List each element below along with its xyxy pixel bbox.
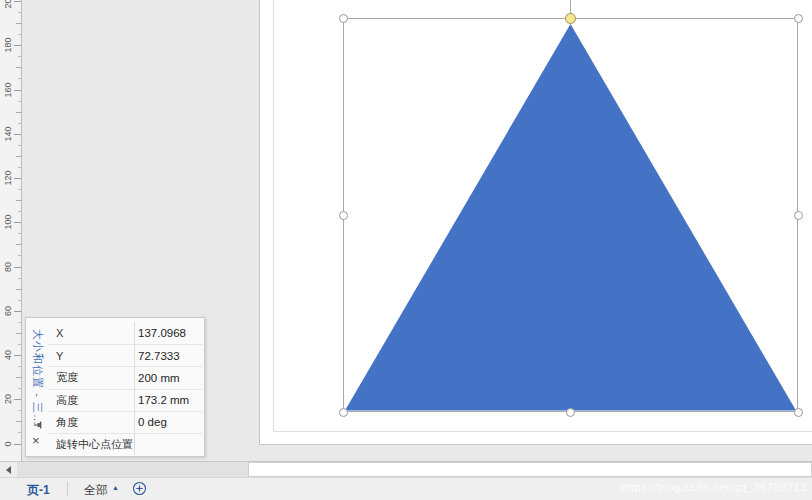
selection-handle-top-left[interactable] — [339, 14, 348, 23]
chevron-up-icon[interactable]: ▲ — [112, 484, 119, 491]
field-label: X — [48, 327, 134, 339]
ruler-tick — [14, 267, 21, 268]
ruler-tick — [14, 178, 21, 179]
add-page-button[interactable] — [132, 481, 147, 496]
ruler-tick — [18, 211, 21, 212]
selection-handle-top-right[interactable] — [794, 14, 803, 23]
ruler-label: 20 — [2, 388, 14, 410]
ruler-tick — [18, 366, 21, 367]
field-label: 高度 — [48, 393, 134, 408]
field-row-height: 高度 173.2 mm — [48, 389, 202, 411]
ruler-label: 160 — [2, 79, 14, 101]
field-label: Y — [48, 350, 134, 362]
ruler-tick — [16, 421, 21, 422]
ruler-tick — [18, 344, 21, 345]
field-row-rotation-center: 旋转中心点位置 — [48, 433, 202, 455]
ruler-tick — [18, 167, 21, 168]
ruler-tick — [18, 101, 21, 102]
scroll-left-arrow-icon — [6, 466, 11, 474]
ruler-label: 180 — [2, 34, 14, 56]
field-label: 旋转中心点位置 — [48, 437, 134, 452]
ruler-tick — [16, 156, 21, 157]
ruler-tick — [18, 410, 21, 411]
pages-filter-button[interactable]: 全部 — [84, 482, 108, 499]
ruler-label: 80 — [2, 256, 14, 278]
page-margin-guide-horizontal — [273, 431, 812, 432]
ruler-tick — [16, 67, 21, 68]
selection-handle-bottom-right[interactable] — [794, 408, 803, 417]
ruler-tick — [16, 200, 21, 201]
vertical-ruler: 200180160140120100806040200 — [0, 0, 22, 461]
selection-bounding-box[interactable] — [343, 18, 798, 412]
ruler-tick — [16, 377, 21, 378]
ruler-tick — [18, 189, 21, 190]
panel-title-strip[interactable]: 大小和位置 - 三… × — [26, 318, 48, 456]
ruler-tick — [18, 78, 21, 79]
field-value[interactable]: 72.7333 — [134, 345, 202, 366]
horizontal-scrollbar[interactable] — [0, 461, 812, 477]
ruler-tick — [18, 56, 21, 57]
page-margin-guide-vertical — [273, 0, 274, 431]
page-tab-1[interactable]: 页-1 — [27, 482, 50, 499]
field-label: 宽度 — [48, 370, 134, 385]
status-bar: 页-1 全部 ▲ https://blog.csdn.net/qq_367987… — [0, 477, 812, 500]
ruler-tick — [14, 355, 21, 356]
ruler-tick — [18, 123, 21, 124]
vertex-control-handle[interactable] — [565, 13, 576, 24]
ruler-tick — [18, 322, 21, 323]
ruler-tick — [18, 278, 21, 279]
field-label: 角度 — [48, 415, 134, 430]
ruler-label: 60 — [2, 300, 14, 322]
ruler-tick — [18, 12, 21, 13]
ruler-label: 0 — [2, 433, 14, 455]
ruler-tick — [16, 333, 21, 334]
ruler-tick — [18, 432, 21, 433]
ruler-tick — [16, 23, 21, 24]
ruler-label: 100 — [2, 211, 14, 233]
watermark-text: https://blog.csdn.net/qq_36798713 — [621, 481, 807, 493]
ruler-tick — [14, 90, 21, 91]
ruler-tick — [16, 112, 21, 113]
ruler-tick — [14, 311, 21, 312]
pin-icon[interactable] — [33, 420, 43, 430]
field-value[interactable]: 173.2 mm — [134, 390, 202, 411]
ruler-tick — [18, 145, 21, 146]
ruler-tick — [14, 444, 21, 445]
ruler-tick — [14, 45, 21, 46]
selection-handle-bottom-center[interactable] — [566, 408, 575, 417]
ruler-label: 200 — [2, 0, 14, 12]
ruler-label: 140 — [2, 123, 14, 145]
ruler-tick — [18, 233, 21, 234]
field-value[interactable]: 137.0968 — [134, 322, 202, 344]
ruler-label: 120 — [2, 167, 14, 189]
scroll-left-button[interactable] — [0, 462, 17, 478]
ruler-label: 40 — [2, 344, 14, 366]
selection-handle-mid-left[interactable] — [339, 211, 348, 220]
field-value[interactable]: 0 deg — [134, 412, 202, 433]
size-position-panel: 大小和位置 - 三… × X 137.0968 Y 72.7333 宽度 200… — [25, 317, 205, 457]
field-value[interactable]: 200 mm — [134, 367, 202, 388]
ruler-tick — [18, 255, 21, 256]
ruler-tick — [18, 34, 21, 35]
ruler-tick — [14, 399, 21, 400]
panel-rows: X 137.0968 Y 72.7333 宽度 200 mm 高度 173.2 … — [48, 322, 202, 454]
field-row-x: X 137.0968 — [48, 322, 202, 344]
field-row-y: Y 72.7333 — [48, 344, 202, 366]
app-window: 200180160140120100806040200 大小和位置 - 三… ×… — [0, 0, 812, 500]
selection-handle-mid-right[interactable] — [794, 211, 803, 220]
ruler-tick — [18, 388, 21, 389]
ruler-tick — [14, 1, 21, 2]
ruler-tick — [16, 244, 21, 245]
statusbar-divider — [67, 482, 68, 496]
field-value[interactable] — [134, 434, 202, 455]
field-row-width: 宽度 200 mm — [48, 366, 202, 388]
ruler-tick — [18, 300, 21, 301]
ruler-tick — [14, 222, 21, 223]
ruler-tick — [16, 289, 21, 290]
panel-title: 大小和位置 - 三… — [30, 323, 45, 433]
close-icon[interactable]: × — [32, 434, 40, 447]
horizontal-scrollbar-thumb[interactable] — [248, 462, 812, 477]
selection-handle-bottom-left[interactable] — [339, 408, 348, 417]
field-row-angle: 角度 0 deg — [48, 411, 202, 433]
ruler-tick — [14, 134, 21, 135]
